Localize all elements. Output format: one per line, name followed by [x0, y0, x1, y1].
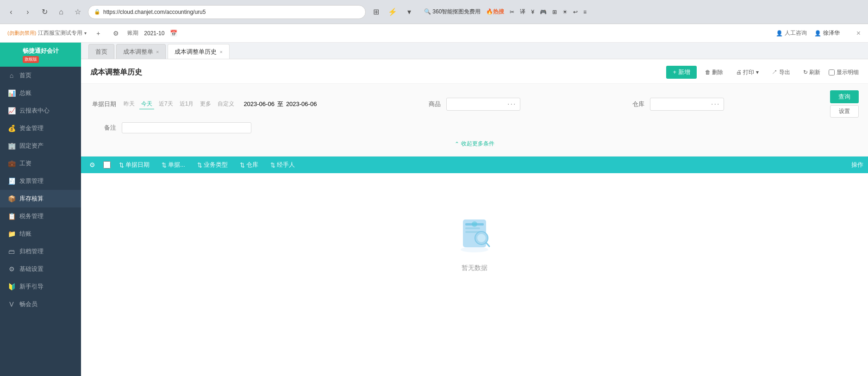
dropdown-button[interactable]: ▾ [403, 6, 416, 19]
shortcut-7days[interactable]: 近7天 [157, 99, 175, 109]
hot-search-btn[interactable]: 🔥热搜 [486, 8, 504, 16]
sidebar-label-vip: 畅会员 [19, 300, 37, 308]
date-range-display: 2023-06-06 至 2023-06-06 [244, 100, 317, 108]
menu-btn[interactable]: ≡ [583, 9, 587, 15]
sidebar-item-inventory[interactable]: 📦 库存核算 [0, 190, 81, 207]
print-button[interactable]: 🖨 打印 ▾ [731, 67, 763, 78]
sidebar-item-vip[interactable]: V 畅会员 [0, 295, 81, 313]
col-header-actions: 操作 [851, 161, 863, 169]
sidebar-item-home[interactable]: ⌂ 首页 [0, 67, 81, 84]
show-columns-label: 显示明细 [837, 69, 859, 76]
table-settings-icon[interactable]: ⚙ [86, 158, 99, 171]
sidebar-item-funds[interactable]: 💰 资金管理 [0, 119, 81, 137]
home-button[interactable]: ⌂ [55, 6, 68, 19]
date-shortcuts: 昨天 今天 近7天 近1月 更多 自定义 [122, 99, 236, 109]
filter-note-row: 备注 [90, 122, 859, 133]
shortcut-1month[interactable]: 近1月 [178, 99, 196, 109]
tax-icon: 📋 [7, 213, 16, 220]
sidebar-label-salary: 工资 [19, 159, 31, 168]
col-warehouse-sort-icon: ⇅ [240, 162, 245, 169]
sidebar-item-closing[interactable]: 📁 结账 [0, 225, 81, 243]
company-selector[interactable]: (勿删勿禁用) 江西服宝测试专用 ▾ [7, 29, 87, 37]
tab-home-label: 首页 [95, 48, 107, 56]
warehouse-select[interactable]: ··· [650, 98, 724, 111]
gold-btn[interactable]: ¥ [531, 9, 534, 15]
col-header-biztype[interactable]: ⇅ 业务类型 [194, 161, 231, 169]
tab-cost-adjust-close[interactable]: × [156, 49, 159, 55]
brightness-btn[interactable]: ☀ [562, 9, 568, 15]
home-icon: ⌂ [7, 72, 16, 79]
address-bar[interactable]: 🔒 https://cloud.chanjet.com/accounting/u… [88, 5, 366, 19]
back-button[interactable]: ‹ [5, 6, 18, 19]
sidebar-item-assets[interactable]: 🏢 固定资产 [0, 137, 81, 155]
collapse-button[interactable]: ⌃ 收起更多条件 [90, 138, 859, 150]
invoice-icon: 🧾 [7, 177, 16, 185]
query-button[interactable]: 查询 [830, 90, 859, 103]
sidebar-item-tax[interactable]: 📋 税务管理 [0, 207, 81, 225]
shortcut-yesterday[interactable]: 昨天 [122, 99, 137, 109]
col-header-operator[interactable]: ⇅ 经手人 [267, 161, 299, 169]
tab-home[interactable]: 首页 [88, 44, 114, 59]
filter-date-row: 单据日期 昨天 今天 近7天 近1月 更多 自定义 2023-06-06 至 2… [90, 90, 859, 118]
select-all-checkbox[interactable] [103, 161, 111, 169]
logo-text: 畅捷通好会计 [23, 47, 59, 55]
col-header-date[interactable]: ⇅ 单据日期 [115, 161, 153, 169]
extensions-button[interactable]: ⊞ [369, 6, 382, 19]
cut-btn[interactable]: ✂ [510, 9, 514, 15]
sidebar-label-reports: 云报表中心 [19, 107, 50, 115]
topbar-close-btn[interactable]: × [856, 29, 861, 38]
reload-button[interactable]: ↻ [38, 6, 51, 19]
calendar-icon[interactable]: 📅 [170, 30, 177, 37]
tab-cost-adjust-history[interactable]: 成本调整单历史 × [168, 44, 229, 59]
sidebar-label-invoice: 发票管理 [19, 177, 44, 185]
sidebar-item-reports[interactable]: 📈 云报表中心 [0, 102, 81, 119]
warehouse-dots: ··· [711, 100, 720, 108]
product-select[interactable]: ··· [446, 98, 520, 111]
add-button[interactable]: + 新增 [666, 66, 696, 79]
reports-icon: 📈 [7, 107, 16, 114]
sidebar-item-salary[interactable]: 💼 工资 [0, 155, 81, 172]
sidebar-item-archive[interactable]: 🗃 归档管理 [0, 243, 81, 260]
star-button[interactable]: ☆ [71, 6, 84, 19]
company-dropdown-icon: ▾ [84, 31, 87, 36]
show-columns-input[interactable] [829, 69, 835, 75]
date-separator: 至 [277, 100, 283, 108]
company-name: 江西服宝测试专用 [38, 29, 82, 37]
show-columns-checkbox[interactable]: 显示明细 [829, 69, 859, 76]
tab-cost-adjust-history-close[interactable]: × [219, 49, 222, 55]
settings-icon-btn[interactable]: ⚙ [110, 27, 122, 39]
sidebar-item-invoice[interactable]: 🧾 发票管理 [0, 172, 81, 190]
filter-settings-button[interactable]: 设置 [830, 105, 859, 118]
topbar-right: 👤 人工咨询 👤 徐泽华 × [776, 29, 861, 38]
shortcut-today[interactable]: 今天 [139, 99, 154, 109]
sidebar: 畅捷通好会计 旗舰版 ⌂ 首页 📊 总账 📈 云报表中心 💰 资金管理 🏢 固定… [0, 43, 81, 376]
shortcut-more[interactable]: 更多 [198, 99, 213, 109]
user-button[interactable]: 👤 徐泽华 [814, 29, 840, 37]
translate-btn[interactable]: 译 [520, 8, 525, 16]
add-tab-button[interactable]: + [92, 27, 104, 39]
col-header-warehouse[interactable]: ⇅ 仓库 [236, 161, 262, 169]
forward-button[interactable]: › [21, 6, 34, 19]
game-btn[interactable]: 🎮 [540, 9, 547, 15]
note-label: 备注 [90, 124, 116, 132]
lightning-button[interactable]: ⚡ [386, 6, 399, 19]
tab-cost-adjust[interactable]: 成本调整单 × [116, 44, 166, 59]
col-header-number[interactable]: ⇅ 单据... [158, 161, 189, 169]
undo-btn[interactable]: ↩ [573, 9, 578, 15]
note-input[interactable] [122, 122, 251, 133]
delete-button[interactable]: 🗑 删除 [700, 67, 728, 78]
sidebar-item-ledger[interactable]: 📊 总账 [0, 84, 81, 102]
svg-point-6 [477, 234, 486, 242]
col-biztype-label: 业务类型 [204, 161, 228, 169]
sidebar-item-guide[interactable]: 🔰 新手引导 [0, 278, 81, 295]
sidebar-item-settings[interactable]: ⚙ 基础设置 [0, 260, 81, 278]
search-tool[interactable]: 🔍 360智能抠图免费用 [424, 8, 481, 16]
svg-point-8 [472, 221, 477, 227]
page-content: 成本调整单历史 + 新增 🗑 删除 🖨 打印 ▾ ↗ 导出 ↻ 刷新 显示明细 [81, 59, 868, 376]
export-button[interactable]: ↗ 导出 [767, 67, 794, 78]
refresh-button[interactable]: ↻ 刷新 [799, 67, 825, 78]
shortcut-custom[interactable]: 自定义 [216, 99, 236, 109]
print-dropdown-icon[interactable]: ▾ [756, 69, 759, 75]
grid-btn[interactable]: ⊞ [552, 9, 557, 15]
service-button[interactable]: 👤 人工咨询 [776, 29, 807, 37]
